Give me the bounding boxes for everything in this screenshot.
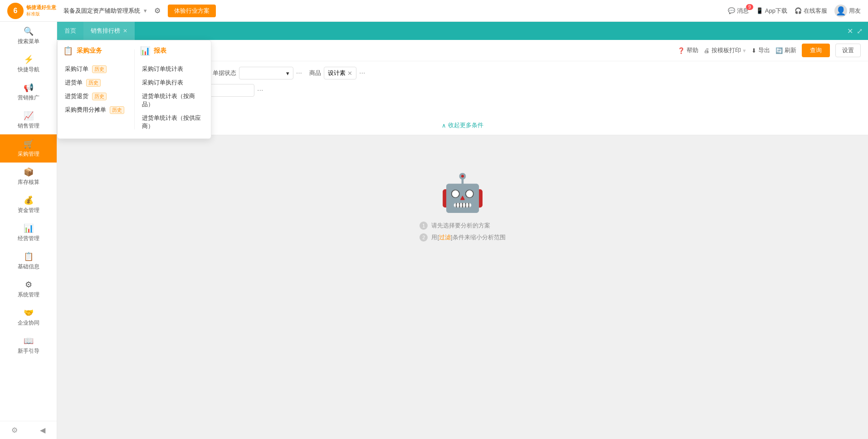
- sidebar-item-search[interactable]: 🔍 搜索菜单: [0, 22, 57, 50]
- sidebar-label-guide: 新手引导: [18, 347, 39, 355]
- voucher-status-select[interactable]: ▾: [239, 67, 293, 79]
- cart-icon: 🛒: [24, 139, 34, 149]
- app-download-label: App下载: [765, 7, 787, 15]
- empty-steps: 1 请先选择要分析的方案 2 用[过滤]条件来缩小分析范围: [419, 222, 505, 242]
- sidebar-label-marketing: 营销推广: [18, 94, 39, 102]
- step-1-text: 请先选择要分析的方案: [431, 222, 490, 230]
- sidebar-item-sales[interactable]: 📈 销售管理: [0, 106, 57, 134]
- goods-tag[interactable]: 设计素 ✕: [324, 67, 356, 79]
- sidebar-label-sales: 销售管理: [18, 122, 39, 130]
- industry-btn[interactable]: 体验行业方案: [168, 5, 216, 17]
- export-btn[interactable]: ⬇ 导出: [751, 46, 770, 54]
- goods-receipt-history-badge: 历史: [86, 79, 101, 87]
- message-btn[interactable]: 💬 消息 9: [728, 7, 749, 15]
- tab-home[interactable]: 首页: [57, 22, 83, 40]
- sidebar-label-quick-nav: 快捷导航: [18, 66, 39, 74]
- goods-return-history-badge: 历史: [92, 93, 107, 100]
- gear-icon: ⚙: [25, 280, 32, 290]
- chart-icon: 📈: [24, 111, 34, 121]
- headset-icon: 🎧: [795, 7, 802, 14]
- tab-bar-right: ✕ ⤢: [847, 27, 868, 35]
- sidebar-item-operation[interactable]: 📊 经营管理: [0, 219, 57, 247]
- menu-sections: 📋 采购业务 采购订单 历史 进货单 历史: [58, 46, 211, 133]
- sidebar-item-inventory[interactable]: 📦 库存核算: [0, 163, 57, 191]
- sidebar-label-finance: 资金管理: [18, 207, 39, 214]
- sidebar-bottom: ⚙ ◀: [0, 421, 57, 439]
- help-btn[interactable]: ❓ 帮助: [678, 46, 698, 54]
- user-avatar: 👤: [834, 5, 847, 17]
- sidebar-item-marketing[interactable]: 📢 营销推广: [0, 78, 57, 106]
- voucher-status-ellipsis[interactable]: ···: [296, 69, 302, 77]
- sidebar-item-purchase[interactable]: 🛒 采购管理: [0, 134, 57, 163]
- system-settings-icon[interactable]: ⚙: [154, 6, 161, 15]
- system-dropdown-icon[interactable]: ▾: [144, 7, 147, 14]
- goods-tag-close-icon[interactable]: ✕: [347, 70, 352, 77]
- search-icon: 🔍: [24, 26, 34, 36]
- salesperson-ellipsis[interactable]: ···: [257, 86, 263, 94]
- export-icon: ⬇: [751, 47, 756, 54]
- menu-item-purchase-fee[interactable]: 采购费用分摊单 历史: [63, 103, 129, 117]
- report-section-label: 报表: [154, 47, 166, 55]
- collapse-sidebar-icon[interactable]: ◀: [40, 426, 45, 434]
- content-area: 首页 销售排行榜 ✕ ✕ ⤢ ❓: [57, 22, 868, 439]
- purchase-order-label: 采购订单: [65, 65, 88, 73]
- sidebar-label-basic: 基础信息: [18, 263, 39, 271]
- system-title: 装备及固定资产辅助管理系统: [63, 7, 140, 15]
- sidebar-label-search: 搜索菜单: [18, 38, 39, 45]
- phone-icon: 📱: [756, 7, 763, 14]
- home-tab-label: 首页: [64, 27, 76, 35]
- step-1-num: 1: [419, 222, 428, 230]
- set-btn[interactable]: 设置: [835, 44, 861, 57]
- menu-item-order-exec[interactable]: 采购订单执行表: [140, 76, 206, 89]
- empty-illustration: 🤖: [440, 172, 485, 214]
- print-dropdown-icon[interactable]: ▾: [743, 47, 746, 54]
- sidebar-item-guide[interactable]: 📖 新手引导: [0, 331, 57, 360]
- settings-bottom-icon[interactable]: ⚙: [11, 426, 18, 434]
- menu-item-goods-return[interactable]: 进货退货 历史: [63, 89, 129, 103]
- sidebar-item-quick-nav[interactable]: ⚡ 快捷导航: [0, 50, 57, 78]
- help-label: 帮助: [687, 46, 698, 54]
- collapse-conditions-btn[interactable]: ∧ 收起更多条件: [442, 121, 483, 129]
- tab-close-icon[interactable]: ✕: [123, 28, 127, 34]
- sidebar-item-basic[interactable]: 📋 基础信息: [0, 247, 57, 275]
- print-btn[interactable]: 🖨 按模板打印 ▾: [704, 46, 746, 54]
- tab-bar-close-icon[interactable]: ✕: [847, 27, 853, 35]
- menu-item-receipt-goods[interactable]: 进货单统计表（按商品）: [140, 89, 206, 111]
- online-service-btn[interactable]: 🎧 在线客服: [795, 7, 827, 15]
- purchase-section-title: 📋 采购业务: [63, 46, 129, 59]
- sidebar: 🔍 搜索菜单 ⚡ 快捷导航 📢 营销推广 📈 销售管理 🛒 采购管理 📦: [0, 22, 57, 439]
- menu-item-receipt-supplier[interactable]: 进货单统计表（按供应商）: [140, 111, 206, 133]
- receipt-supplier-label: 进货单统计表（按供应商）: [142, 114, 204, 130]
- menu-item-purchase-order[interactable]: 采购订单 历史: [63, 62, 129, 76]
- tab-sales-rank[interactable]: 销售排行榜 ✕: [83, 22, 135, 40]
- nav-with-menu: ❓ 帮助 🖨 按模板打印 ▾ ⬇ 导出 🔄: [57, 40, 868, 278]
- sales-rank-tab-label: 销售排行榜: [91, 27, 120, 35]
- refresh-label: 刷新: [785, 46, 796, 54]
- tab-bar-expand-icon[interactable]: ⤢: [857, 27, 863, 35]
- menu-item-goods-receipt[interactable]: 进货单 历史: [63, 76, 129, 89]
- main-area: 🔍 搜索菜单 ⚡ 快捷导航 📢 营销推广 📈 销售管理 🛒 采购管理 📦: [0, 22, 868, 439]
- sidebar-item-system[interactable]: ⚙ 系统管理: [0, 275, 57, 303]
- printer-icon: 🖨: [704, 47, 710, 54]
- user-area[interactable]: 👤 用友: [834, 5, 861, 17]
- menu-item-order-stats[interactable]: 采购订单统计表: [140, 62, 206, 76]
- receipt-goods-label: 进货单统计表（按商品）: [142, 92, 204, 109]
- flash-icon: ⚡: [24, 54, 34, 64]
- purchase-section: 📋 采购业务 采购订单 历史 进货单 历史: [58, 46, 134, 133]
- empty-state: 🤖 1 请先选择要分析的方案 2 用[过滤]条件来缩小分析范围: [57, 135, 868, 278]
- refresh-btn[interactable]: 🔄 刷新: [775, 46, 796, 54]
- top-bar: 6 畅捷通好生意 标准版 装备及固定资产辅助管理系统 ▾ ⚙ 体验行业方案 💬 …: [0, 0, 868, 22]
- sidebar-item-finance[interactable]: 💰 资金管理: [0, 191, 57, 219]
- top-right-area: 💬 消息 9 📱 App下载 🎧 在线客服 👤 用友: [728, 5, 861, 17]
- sidebar-label-purchase: 采购管理: [18, 150, 39, 158]
- page-content: ❓ 帮助 🖨 按模板打印 ▾ ⬇ 导出 🔄: [57, 40, 868, 439]
- app-download-btn[interactable]: 📱 App下载: [756, 7, 787, 15]
- sidebar-label-operation: 经营管理: [18, 235, 39, 242]
- order-exec-label: 采购订单执行表: [142, 79, 183, 87]
- goods-ellipsis[interactable]: ···: [359, 69, 365, 77]
- voucher-status-label: 单据状态: [213, 69, 236, 77]
- query-btn[interactable]: 查询: [802, 44, 830, 57]
- sidebar-label-enterprise: 企业协同: [18, 319, 39, 327]
- app-name: 畅捷通好生意: [26, 4, 56, 11]
- sidebar-item-enterprise[interactable]: 🤝 企业协同: [0, 303, 57, 331]
